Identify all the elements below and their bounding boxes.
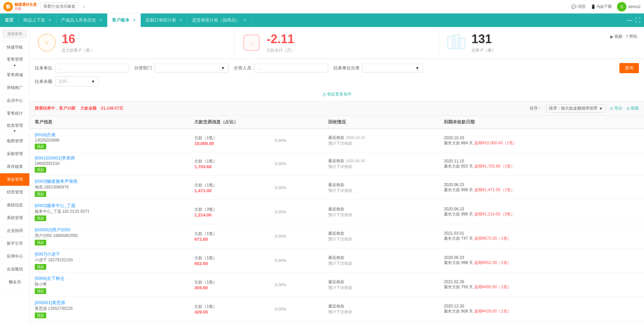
th-recovery: 回收情况 xyxy=(323,116,439,129)
overdue-tag[interactable]: 超期¥1,214.00（3笔） xyxy=(474,212,515,216)
search-menu-btn[interactable]: 搜索菜单 xyxy=(3,30,27,38)
sidebar-item-finance[interactable]: 资金管理 xyxy=(0,173,29,186)
sort-select[interactable]: 排序：按欠款金额倒序排序 ▼ xyxy=(546,104,606,113)
sidebar-item-batch-mgmt[interactable]: 批发管理 ▼ xyxy=(0,120,29,135)
overdue-tag[interactable]: 超期¥455.90（1笔） xyxy=(474,285,511,289)
help-btn[interactable]: ? 帮助 xyxy=(626,34,637,39)
supplier-input[interactable]: ... xyxy=(55,64,129,72)
sidebar-item-retail-stats[interactable]: 零售统计 xyxy=(0,107,29,120)
tab-product-off-close[interactable]: ✕ xyxy=(48,18,51,23)
tab-product-off[interactable]: 商品上下架 ✕ xyxy=(19,13,56,27)
dept-select[interactable]: ▼ xyxy=(155,64,229,72)
customer-link[interactable]: [0006]去下粮仓 xyxy=(35,276,64,281)
sidebar-item-purchase[interactable]: 采购管理 xyxy=(0,148,29,160)
customer-link[interactable]: [0016]吕俊 xyxy=(35,132,56,137)
debt-customers-info: 16 总欠款客户（家） xyxy=(62,32,94,53)
tab-purchase-order[interactable]: 采购订单统计表 ✕ xyxy=(141,13,187,27)
user-area[interactable]: D demo2 xyxy=(617,2,641,11)
sidebar-item-ecommerce[interactable]: 电商管理 xyxy=(0,135,29,148)
customer-link[interactable]: [0002]服务中心_丁磊 xyxy=(35,203,76,208)
debt-amount[interactable]: 10,000.00 xyxy=(194,141,264,146)
debt-count: 欠款（1笔） xyxy=(194,279,264,285)
sidebar-item-basic-info[interactable]: 基础信息 xyxy=(0,199,29,212)
tab-product-history-close[interactable]: ✕ xyxy=(99,18,102,23)
phone-icon: 📱 xyxy=(591,4,596,9)
sidebar-item-newbie[interactable]: 新手引导 xyxy=(0,237,29,250)
sidebar-item-quick-nav[interactable]: 快捷导航 xyxy=(0,41,29,54)
sidebar-item-retail-mgmt[interactable]: 零售管理 ▲ xyxy=(0,54,29,69)
sidebar-item-enterprise-wechat[interactable]: 企业微信 xyxy=(0,263,29,276)
minimize-icon[interactable]: — xyxy=(627,17,633,23)
customer-link[interactable]: [000001]黄思源 xyxy=(35,300,65,305)
message-btn[interactable]: 💬 消息 xyxy=(571,4,586,9)
collapse-button[interactable]: ⋀ 收起更多条件 xyxy=(35,90,639,97)
tab-home[interactable]: 首页 xyxy=(0,13,19,27)
company-selector[interactable]: 母婴行业演示账套 xyxy=(40,2,79,11)
overdue-tag[interactable]: 超期¥652.00（1笔） xyxy=(474,260,511,265)
customer-link[interactable]: [0003]畅捷服务尹海燕 xyxy=(35,179,78,184)
sidebar-item-marketing[interactable]: 营销推广 xyxy=(0,82,29,94)
category-select[interactable]: ▼ xyxy=(362,64,423,72)
overdue-tag[interactable]: 超期¥1,703.68（1笔） xyxy=(474,164,515,169)
td-recovery-7: 最近收款 预计下次收款 xyxy=(323,297,439,321)
debt-amount[interactable]: 672.00 xyxy=(194,237,264,242)
balance-select[interactable]: 选择... ▼ xyxy=(55,77,99,86)
overdue-tag[interactable]: 超期¥672.00（1笔） xyxy=(474,236,511,241)
video-btn[interactable]: ▶ 视频 xyxy=(610,34,622,39)
top-bar: 畅 畅捷通好生意 示版 母婴行业演示账套 ▼ 💬 消息 📱 App下载 D de… xyxy=(0,0,644,13)
user-avatar: D xyxy=(617,2,626,11)
refresh-btn[interactable]: ⊙ 刷新 xyxy=(626,106,639,111)
stat-total-customers: 131 总客户（家） ▶ 视频 ? 帮助 xyxy=(440,27,644,58)
balance-arrow: ▼ xyxy=(91,79,95,84)
tab-purchase-stats-close[interactable]: ✕ xyxy=(243,18,246,23)
sidebar-item-enterprise-coop[interactable]: 企业协同 xyxy=(0,225,29,237)
customer-link[interactable]: [0007]小进干 xyxy=(35,252,60,257)
company-arrow: ▼ xyxy=(82,5,86,9)
sidebar-item-inventory[interactable]: 库存核算 xyxy=(0,160,29,173)
overdue-tag[interactable]: 超期¥1,471.00（1笔） xyxy=(474,187,515,192)
tab-customer-account-close[interactable]: ✕ xyxy=(133,18,136,23)
debt-amount[interactable]: 429.00 xyxy=(194,310,264,315)
recent-pay: 最近收款 xyxy=(328,303,434,309)
customer-link[interactable]: [0001020001]李老师 xyxy=(35,155,75,160)
customer-tag: 现款 xyxy=(35,240,46,245)
manager-input[interactable]: ... xyxy=(254,64,328,72)
sidebar-item-member-vip[interactable]: 畅会员 xyxy=(0,276,29,289)
td-recovery-5: 最近收款 预计下次收款 xyxy=(323,248,439,273)
customer-link[interactable]: [000002]用户2050 xyxy=(35,227,71,232)
sidebar-item-retail-store[interactable]: 零售商城 xyxy=(0,69,29,82)
tab-purchase-stats[interactable]: 进货单统计表（按商品） ✕ xyxy=(187,13,251,27)
overdue-days: 最长欠款 998 天 xyxy=(444,187,474,192)
sidebar: 搜索菜单 快捷导航 零售管理 ▲ 零售商城 营销推广 会员中心 零售统计 批 xyxy=(0,27,30,324)
debt-amount[interactable]: 1,214.00 xyxy=(194,212,264,217)
customer-tag: 现款 xyxy=(35,313,46,318)
debt-pct: 0.00% xyxy=(275,283,286,287)
debt-amount[interactable]: 1,703.68 xyxy=(194,164,264,169)
overdue-tag[interactable]: 超期¥429.00（1笔） xyxy=(474,309,511,314)
tab-product-off-label: 商品上下架 xyxy=(23,17,45,23)
app-download-btn[interactable]: 📱 App下载 xyxy=(591,4,612,9)
stat-actions: ▶ 视频 ? 帮助 xyxy=(610,32,637,39)
tab-product-history[interactable]: 产成品入库单历史 ✕ xyxy=(56,13,107,27)
table-row: [0007]小进干 小进干 18279152100 现款 欠款（1笔） 652.… xyxy=(30,248,644,273)
debt-amount[interactable]: 455.90 xyxy=(194,285,264,290)
search-button[interactable]: 查询 xyxy=(619,63,639,73)
next-collect: 预计下次收款 xyxy=(328,188,434,194)
sidebar-item-app-center[interactable]: 应用中心 xyxy=(0,250,29,263)
due-date: 2021.02.26 xyxy=(444,279,639,284)
sidebar-item-ops[interactable]: 经营管理 xyxy=(0,186,29,199)
maximize-icon[interactable]: ⛶ xyxy=(635,17,641,23)
tab-purchase-order-label: 采购订单统计表 xyxy=(145,17,176,23)
sidebar-item-system[interactable]: 系统管理 xyxy=(0,212,29,225)
svg-text:◇: ◇ xyxy=(249,39,254,47)
tab-customer-account[interactable]: 客户账本 ✕ xyxy=(107,13,141,27)
debt-customers-number: 16 xyxy=(62,32,94,46)
export-btn[interactable]: ⊙ 导出 xyxy=(610,106,622,111)
table-row: [0001020001]李老师 18600391516 现款 欠款（1笔） 1,… xyxy=(30,152,644,176)
sidebar-item-member[interactable]: 会员中心 xyxy=(0,94,29,107)
tab-purchase-order-close[interactable]: ✕ xyxy=(179,18,182,23)
debt-amount[interactable]: 1,471.00 xyxy=(194,188,264,193)
overdue-tag[interactable]: 超期¥10,000.00（1笔） xyxy=(474,141,517,145)
debt-amount[interactable]: 652.00 xyxy=(194,261,264,266)
brand-name: 畅捷通好生意 xyxy=(15,2,37,7)
